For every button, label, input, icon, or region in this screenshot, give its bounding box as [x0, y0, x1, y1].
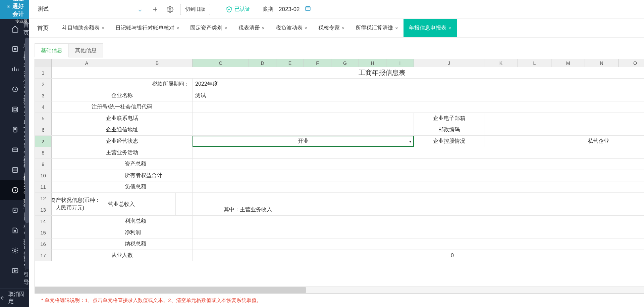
row-header-14[interactable]: 14 [35, 216, 52, 227]
row-12-value[interactable] [193, 193, 644, 204]
row-header-7[interactable]: 7 [35, 136, 52, 147]
row-header-6[interactable]: 6 [35, 124, 52, 135]
row-header-2[interactable]: 2 [35, 79, 52, 90]
col-header-C[interactable]: C [193, 59, 249, 67]
svg-rect-14 [306, 7, 311, 11]
col-header-B[interactable]: B [122, 59, 193, 67]
row-6-value2[interactable] [484, 124, 644, 135]
row-7-label: 企业经营状态 [52, 136, 193, 147]
topbar: 测试 ⌵ 切到旧版 已认证 账期 2023-02 人工咨询 [29, 0, 644, 19]
col-header-J[interactable]: J [414, 59, 484, 67]
col-header-I[interactable]: I [386, 59, 414, 67]
company-selector[interactable]: 测试 ⌵ [35, 3, 145, 15]
row-11-value[interactable] [193, 181, 644, 192]
sidebar-icon-12 [11, 267, 19, 274]
switch-version-button[interactable]: 切到旧版 [180, 4, 210, 15]
row-header-5[interactable]: 5 [35, 113, 52, 124]
row-header-13[interactable]: 13 [35, 204, 52, 215]
calendar-icon[interactable] [305, 5, 311, 13]
unpin-button[interactable]: 取消固定 [0, 288, 29, 307]
row-header-10[interactable]: 10 [35, 170, 52, 181]
col-header-F[interactable]: F [304, 59, 331, 67]
sidebar-item-10[interactable]: 归档管理 [0, 220, 29, 240]
row-7-value[interactable]: 开业 [193, 136, 414, 147]
row-13-value[interactable] [303, 204, 644, 215]
period-value-cell[interactable]: 2022年度 [193, 79, 644, 90]
row-header-8[interactable]: 8 [35, 147, 52, 158]
tab-4[interactable]: 税负波动表× [270, 19, 313, 37]
svg-rect-7 [13, 168, 18, 173]
col-header-O[interactable]: O [619, 59, 644, 67]
add-button[interactable] [151, 5, 160, 14]
select-all-corner[interactable] [35, 59, 52, 67]
horizontal-scrollbar[interactable] [35, 287, 644, 293]
row-header-3[interactable]: 3 [35, 90, 52, 101]
row-6-label2: 邮政编码 [414, 124, 484, 135]
tab-3[interactable]: 税表清册× [233, 19, 270, 37]
tab-2[interactable]: 固定资产类别× [185, 19, 233, 37]
col-header-K[interactable]: K [484, 59, 518, 67]
tab-close-0[interactable]: × [102, 26, 104, 31]
row-8-value[interactable] [193, 147, 644, 158]
row-6-value[interactable] [193, 124, 414, 135]
tab-close-3[interactable]: × [262, 26, 265, 31]
tab-close-2[interactable]: × [224, 26, 227, 31]
settings-button[interactable] [165, 5, 175, 14]
row-header-15[interactable]: 15 [35, 227, 52, 238]
row-5-label2: 企业电子邮箱 [414, 113, 484, 124]
tab-close-5[interactable]: × [342, 26, 344, 31]
row-5-value[interactable] [193, 113, 414, 124]
row-5-value2[interactable] [484, 113, 644, 124]
col-header-H[interactable]: H [359, 59, 386, 67]
tab-home[interactable]: 首页 [29, 19, 57, 37]
row-header-17[interactable]: 17 [35, 250, 52, 261]
svg-point-13 [169, 8, 171, 10]
shield-icon [226, 6, 232, 13]
tab-close-4[interactable]: × [305, 26, 307, 31]
row-header-4[interactable]: 4 [35, 101, 52, 113]
row-10-value[interactable] [193, 170, 644, 181]
row-13-sublabel: 其中：主营业务收入 [193, 204, 303, 215]
col-header-N[interactable]: N [585, 59, 619, 67]
subtab-basic[interactable]: 基础信息 [35, 43, 69, 57]
sidebar-scrollbar[interactable] [25, 38, 29, 269]
tab-0[interactable]: 斗目辅助余额表× [57, 19, 110, 37]
svg-point-5 [14, 128, 16, 130]
period-value[interactable]: 2023-02 [279, 6, 300, 13]
col-header-M[interactable]: M [551, 59, 585, 67]
tab-close-6[interactable]: × [395, 26, 398, 31]
col-header-L[interactable]: L [518, 59, 551, 67]
subtab-other[interactable]: 其他信息 [69, 43, 103, 57]
row-3-value[interactable]: 测试 [193, 90, 644, 101]
row-header-11[interactable]: 11 [35, 181, 52, 192]
row-9-value[interactable] [193, 159, 644, 170]
row-17-value[interactable]: 0 [193, 250, 644, 261]
sidebar-item-12[interactable]: 新手引导 [0, 261, 29, 281]
tab-close-1[interactable]: × [176, 26, 179, 31]
tab-7[interactable]: 年报信息申报表× [404, 19, 457, 37]
row-header-16[interactable]: 16 [35, 238, 52, 250]
logo-icon [7, 3, 10, 10]
row-header-1[interactable]: 1 [35, 67, 52, 78]
row-15-value[interactable] [193, 227, 644, 238]
row-16-value[interactable] [193, 238, 644, 250]
col-header-D[interactable]: D [249, 59, 276, 67]
verified-badge: 已认证 [226, 6, 251, 13]
row-7-value2[interactable]: 私营企业 [484, 136, 644, 147]
col-header-A[interactable]: A [52, 59, 122, 67]
sidebar-icon-5 [11, 126, 19, 133]
tab-close-7[interactable]: × [448, 26, 451, 31]
row-14-value[interactable] [193, 216, 644, 227]
row-15-label: 净利润 [122, 227, 193, 238]
spreadsheet[interactable]: ABCDEFGHIJKLMNOPQ 1工商年报信息表2 税款所属期间： 2022… [35, 59, 644, 294]
row-4-value[interactable] [193, 101, 644, 113]
sidebar-item-8[interactable]: 税务管理 [0, 180, 29, 200]
tab-5[interactable]: 税检专家× [313, 19, 350, 37]
col-header-G[interactable]: G [331, 59, 359, 67]
sidebar-item-4[interactable]: 固定资产 [0, 99, 29, 120]
tab-6[interactable]: 所得税汇算清缴× [350, 19, 404, 37]
tab-1[interactable]: 日记账与银行对账单核对× [110, 19, 185, 37]
col-header-E[interactable]: E [276, 59, 304, 67]
row-header-12[interactable]: 12 [35, 193, 52, 204]
sidebar-item-0[interactable]: 首页 [0, 19, 29, 39]
